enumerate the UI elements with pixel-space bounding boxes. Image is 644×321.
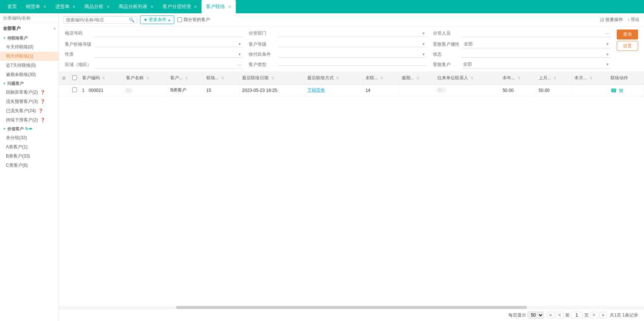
area-select[interactable]: ··· <box>94 61 243 69</box>
col-customer-name: 客户名称 ⇅ <box>124 72 168 84</box>
help-icon-1[interactable]: ❓ <box>40 99 45 104</box>
col-last-contact-date: 最后联络日期 ⇅ <box>240 72 305 84</box>
price-level-label: 客户价格等级 <box>65 41 91 48</box>
close-purchase-order-icon[interactable]: ✕ <box>72 4 76 9</box>
search-icon[interactable]: 🔍 <box>129 17 134 23</box>
close-customer-seg-icon[interactable]: ✕ <box>194 4 197 9</box>
next-page-btn[interactable]: > <box>590 312 598 318</box>
sort-date-icon[interactable]: ⇅ <box>271 76 274 80</box>
contact-action-icon[interactable]: ☎ <box>610 87 617 93</box>
sidebar-item-tomorrow-pending[interactable]: 明天待联络(1) <box>0 52 59 61</box>
customer-type-select[interactable] <box>277 64 427 66</box>
sidebar-item-overdue[interactable]: 逾期未联络(30) <box>0 70 59 79</box>
filter-dept-field: 分管部门 ▼ <box>249 30 427 37</box>
pagination-nav: « < 第 页 > » <box>547 312 607 318</box>
sidebar-search-area: 🔍 <box>0 13 59 23</box>
settings-button[interactable]: 设置 <box>617 41 638 51</box>
sidebar-item-declining[interactable]: 持续下滑客户(2) ❓ <box>0 115 59 125</box>
last-page-btn[interactable]: » <box>599 312 607 318</box>
phone-label: 电话号码 <box>65 30 91 37</box>
row-actions-cell: ☎ ⊞ <box>608 84 644 96</box>
sort-lmonth-icon[interactable]: ⇅ <box>553 76 556 80</box>
sidebar-item-churn-warning[interactable]: 流失预警客户(3) ❓ <box>0 97 59 106</box>
sidebar-item-today-pending[interactable]: 今天待联络(0) <box>0 42 59 52</box>
nav-home[interactable]: 首页 <box>3 0 21 13</box>
sort-method-icon[interactable]: ⇅ <box>336 76 339 80</box>
status-select[interactable]: ▼ <box>462 52 611 58</box>
help-icon-3[interactable]: ❓ <box>40 118 45 122</box>
sort-uncontacted-icon[interactable]: ⇅ <box>380 76 383 80</box>
last-method-link[interactable]: 下销货单 <box>307 87 325 93</box>
nav-product-analysis[interactable]: 商品分析 ✕ <box>80 0 114 13</box>
batch-operation-btn[interactable]: ☑ 批量操作 <box>600 17 623 23</box>
help-icon-2[interactable]: ❓ <box>38 108 43 113</box>
nav-purchase-order[interactable]: 进货单 ✕ <box>51 0 80 13</box>
row-checkbox[interactable] <box>72 87 77 92</box>
payment-label: 收付款条件 <box>249 51 274 58</box>
total-records-label: 共1页 1条记录 <box>610 312 638 318</box>
nature-label: 性质 <box>65 51 91 58</box>
sidebar-item-churned[interactable]: 已流失客户(24) ❓ <box>0 106 59 115</box>
nav-sales-order[interactable]: 销货单 ✕ <box>21 0 51 13</box>
sidebar-item-repurchase-abnormal[interactable]: 回购异常客户(2) ❓ <box>0 88 59 97</box>
nature-caret-icon: ▼ <box>238 52 241 56</box>
sort-contact-icon[interactable]: ⇅ <box>221 76 224 80</box>
sidebar-item-c-class[interactable]: C类客户(6) <box>0 161 59 170</box>
sort-year-icon[interactable]: ⇅ <box>518 76 521 80</box>
value-group-refresh-icon[interactable]: ↻ <box>25 127 28 131</box>
price-level-select[interactable]: ▼ <box>94 41 243 47</box>
nav-customer-segmentation[interactable]: 客户分层经营 ✕ <box>158 0 202 13</box>
sidebar-item-a-class[interactable]: A类客户(1) <box>0 142 59 152</box>
footer: 每页显示 50 « < 第 页 > » 共1页 1条记录 <box>59 309 644 321</box>
sort-overdue-icon[interactable]: ⇅ <box>416 76 419 80</box>
sort-type-icon[interactable]: ⇅ <box>185 76 188 80</box>
close-product-analysis-list-icon[interactable]: ✕ <box>150 4 154 9</box>
area-dots-icon[interactable]: ··· <box>237 62 242 68</box>
col-customer-type: 客户... ⇅ <box>168 72 204 84</box>
person-dots-icon[interactable]: ··· <box>605 30 609 36</box>
prev-page-btn[interactable]: < <box>556 312 564 318</box>
query-button[interactable]: 查询 <box>617 30 638 39</box>
retail-customer-select[interactable]: 全部 ▼ <box>462 61 611 69</box>
export-btn[interactable]: ↑ 导出 <box>627 17 640 23</box>
my-customer-checkbox-area[interactable]: 我分管的客户 <box>177 17 210 23</box>
sidebar-item-ungrouped[interactable]: 未分组(32) <box>0 133 59 142</box>
nav-product-analysis-list[interactable]: 商品分析列表 ✕ <box>114 0 158 13</box>
person-select[interactable]: ··· <box>462 30 611 37</box>
all-customers-header[interactable]: 全部客户 « <box>0 23 59 34</box>
my-customer-checkbox[interactable] <box>177 17 182 22</box>
sort-code-icon[interactable]: ⇅ <box>102 76 105 80</box>
sidebar-search-input[interactable] <box>3 15 58 21</box>
payment-select[interactable]: ▼ <box>277 52 427 58</box>
select-all-checkbox[interactable] <box>72 75 77 80</box>
phone-input[interactable] <box>94 30 243 37</box>
nav-customer-contact[interactable]: 客户联络 ✕ <box>202 0 236 13</box>
horizontal-scrollbar[interactable] <box>59 306 644 309</box>
filter-more-btn[interactable]: ▼ 更多条件 ▲ <box>140 15 174 24</box>
row-code-cell: 1 000021 <box>80 84 124 96</box>
close-product-analysis-icon[interactable]: ✕ <box>106 4 110 9</box>
sort-person-icon[interactable]: ⇅ <box>470 76 473 80</box>
close-customer-contact-icon[interactable]: ✕ <box>228 4 231 9</box>
help-icon-0[interactable]: ❓ <box>40 90 45 94</box>
retail-attr-select[interactable]: 全部 ▼ <box>462 40 611 48</box>
sidebar-item-b-class[interactable]: B类客户(33) <box>0 152 59 161</box>
sidebar-item-7days-pending[interactable]: 近7天待联络(0) <box>0 61 59 70</box>
page-number-input[interactable] <box>571 312 583 318</box>
value-group-edit-icon[interactable]: ✏ <box>29 127 32 131</box>
col-gear[interactable]: ⚙ <box>59 72 69 84</box>
search-input[interactable] <box>66 17 129 23</box>
scrollbar-thumb[interactable] <box>176 306 527 309</box>
nature-select[interactable]: ▼ <box>94 52 243 58</box>
row-gear-cell <box>59 84 69 96</box>
first-page-btn[interactable]: « <box>547 312 554 318</box>
customer-level-select[interactable]: ▼ <box>277 41 427 47</box>
sort-name-icon[interactable]: ⇅ <box>146 76 149 80</box>
dept-select[interactable]: ▼ <box>277 31 427 37</box>
row-last-month-cell: 50.00 <box>536 84 572 96</box>
grid-action-icon[interactable]: ⊞ <box>619 87 623 93</box>
close-sales-order-icon[interactable]: ✕ <box>43 4 46 9</box>
page-label: 第 <box>565 312 570 318</box>
sort-month-icon[interactable]: ⇅ <box>589 76 592 80</box>
page-size-select[interactable]: 50 <box>528 311 544 319</box>
